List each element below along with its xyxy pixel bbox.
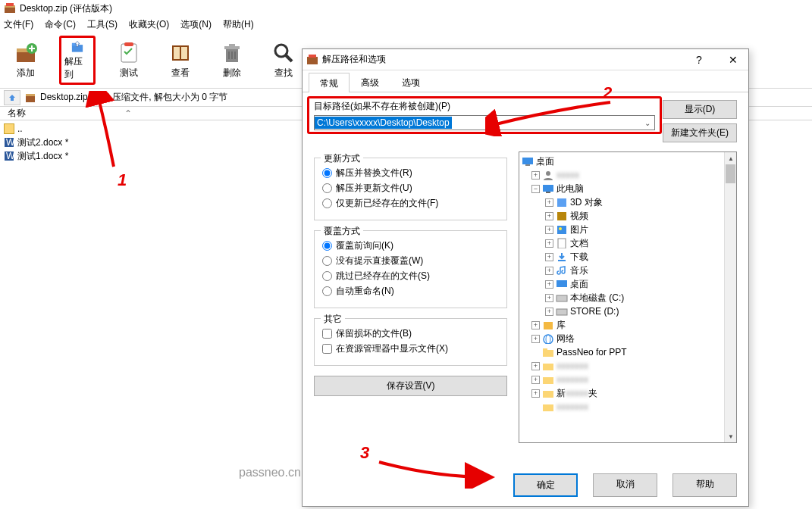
- tab-options[interactable]: 选项: [390, 72, 431, 92]
- chevron-down-icon[interactable]: ⌄: [644, 119, 651, 127]
- library-icon: [542, 320, 554, 330]
- help-button[interactable]: ?: [688, 52, 710, 68]
- scroll-down-icon[interactable]: ▼: [725, 430, 737, 442]
- path-text: Desktop.zip - ZIP 压缩文件, 解包大小为 0 字节: [40, 91, 227, 104]
- update-replace-radio[interactable]: 解压并替换文件(R): [322, 167, 499, 180]
- new-folder-button[interactable]: 新建文件夹(E): [663, 123, 737, 142]
- update-update-radio[interactable]: 解压并更新文件(U): [322, 182, 499, 195]
- svg-rect-12: [181, 47, 187, 59]
- show-in-explorer-checkbox[interactable]: 在资源管理器中显示文件(X): [322, 342, 499, 355]
- overwrite-ask-radio[interactable]: 覆盖前询问(K): [322, 239, 499, 252]
- col-name[interactable]: 名称: [8, 107, 26, 120]
- up-arrow-icon: [7, 92, 17, 103]
- svg-point-19: [275, 45, 287, 57]
- winrar-icon: [4, 2, 16, 14]
- dialog-body: 目标路径(如果不存在将被创建)(P) C:\Users\xxxxx\Deskto…: [303, 92, 748, 451]
- expand-toggle[interactable]: +: [545, 212, 553, 220]
- destination-path-input[interactable]: C:\Users\xxxxx\Desktop\Desktop ⌄: [314, 115, 655, 130]
- svg-rect-27: [307, 57, 318, 64]
- pc-icon: [542, 183, 554, 194]
- disk-icon: [556, 292, 568, 303]
- folder-icon: [542, 401, 554, 412]
- dialog-footer: 确定 取消 帮助: [513, 473, 737, 497]
- help-button[interactable]: 帮助: [672, 473, 737, 497]
- svg-point-37: [559, 227, 562, 230]
- svg-rect-8: [121, 44, 136, 62]
- svg-rect-15: [229, 44, 235, 47]
- svg-rect-36: [557, 226, 566, 234]
- expand-toggle[interactable]: +: [531, 376, 540, 384]
- zip-icon: [24, 92, 36, 104]
- expand-toggle[interactable]: +: [531, 389, 540, 398]
- expand-toggle[interactable]: +: [531, 171, 540, 180]
- add-button[interactable]: 添加: [8, 36, 44, 85]
- scroll-thumb[interactable]: [726, 164, 735, 183]
- cancel-button[interactable]: 取消: [593, 473, 657, 497]
- tree-scrollbar[interactable]: ▲ ▼: [724, 152, 736, 442]
- menu-favorites[interactable]: 收藏夹(O): [129, 18, 169, 31]
- overwrite-skip-radio[interactable]: 跳过已经存在的文件(S): [322, 270, 499, 283]
- delete-button[interactable]: 删除: [214, 36, 250, 85]
- disk-icon: [556, 306, 568, 317]
- find-button[interactable]: 查找: [265, 36, 302, 85]
- menu-help[interactable]: 帮助(H): [223, 18, 254, 31]
- close-button[interactable]: ✕: [722, 52, 745, 68]
- svg-text:W: W: [6, 151, 14, 161]
- svg-rect-30: [525, 164, 530, 166]
- update-fresh-radio[interactable]: 仅更新已经存在的文件(F): [322, 197, 499, 210]
- delete-icon: [220, 41, 244, 65]
- svg-rect-22: [26, 94, 35, 96]
- menu-options[interactable]: 选项(N): [180, 18, 212, 31]
- menubar: 文件(F) 命令(C) 工具(S) 收藏夹(O) 选项(N) 帮助(H): [0, 17, 812, 32]
- menu-commands[interactable]: 命令(C): [45, 18, 76, 31]
- expand-toggle[interactable]: +: [545, 267, 553, 275]
- expand-toggle[interactable]: +: [531, 362, 540, 370]
- folder-tree[interactable]: 桌面 +xxxxx −此电脑 +3D 对象 +视频 +图片 +文档 +下载 +音…: [519, 151, 737, 443]
- svg-rect-42: [556, 309, 567, 315]
- dialog-tabs: 常规 高级 选项: [303, 72, 748, 92]
- expand-toggle[interactable]: −: [531, 185, 540, 193]
- svg-rect-11: [174, 47, 180, 59]
- extract-dialog: 解压路径和选项 ? ✕ 常规 高级 选项 目标路径(如果不存在将被创建)(P) …: [302, 48, 749, 507]
- menu-tools[interactable]: 工具(S): [87, 18, 118, 31]
- svg-point-31: [546, 171, 550, 176]
- document-icon: [556, 238, 568, 248]
- expand-toggle[interactable]: +: [545, 280, 553, 289]
- tab-advanced[interactable]: 高级: [350, 72, 390, 92]
- overwrite-rename-radio[interactable]: 自动重命名(N): [322, 285, 499, 298]
- music-icon: [556, 265, 568, 276]
- svg-rect-41: [556, 295, 567, 301]
- expand-toggle[interactable]: +: [545, 294, 553, 302]
- view-button[interactable]: 查看: [162, 36, 199, 85]
- keep-broken-checkbox[interactable]: 保留损坏的文件(B): [322, 327, 499, 340]
- svg-rect-34: [557, 198, 566, 207]
- display-button[interactable]: 显示(D): [663, 100, 737, 119]
- extract-to-button[interactable]: 解压到: [59, 36, 96, 85]
- desktop-icon: [522, 156, 534, 167]
- save-settings-button[interactable]: 保存设置(V): [314, 376, 507, 396]
- overwrite-mode-group: 覆盖方式 覆盖前询问(K) 没有提示直接覆盖(W) 跳过已经存在的文件(S) 自…: [314, 230, 507, 308]
- expand-toggle[interactable]: +: [545, 198, 553, 207]
- svg-rect-39: [558, 260, 566, 261]
- svg-rect-38: [558, 239, 566, 248]
- svg-point-44: [544, 335, 553, 344]
- expand-toggle[interactable]: +: [545, 253, 553, 261]
- expand-toggle[interactable]: +: [545, 308, 553, 316]
- annotation-label-1: 1: [118, 170, 127, 190]
- folder-icon: [542, 361, 554, 371]
- svg-rect-35: [557, 212, 566, 220]
- tab-general[interactable]: 常规: [309, 73, 350, 92]
- test-button[interactable]: 测试: [111, 36, 147, 85]
- svg-rect-29: [522, 158, 533, 164]
- expand-toggle[interactable]: +: [545, 226, 553, 234]
- expand-toggle[interactable]: +: [545, 239, 553, 248]
- expand-toggle[interactable]: +: [531, 321, 540, 329]
- up-button[interactable]: [4, 90, 20, 105]
- scroll-up-icon[interactable]: ▲: [725, 152, 737, 164]
- expand-toggle[interactable]: +: [531, 335, 540, 343]
- svg-point-45: [546, 335, 550, 344]
- menu-file[interactable]: 文件(F): [4, 18, 33, 31]
- misc-group: 其它 保留损坏的文件(B) 在资源管理器中显示文件(X): [314, 318, 507, 366]
- overwrite-silent-radio[interactable]: 没有提示直接覆盖(W): [322, 254, 499, 267]
- ok-button[interactable]: 确定: [513, 473, 578, 497]
